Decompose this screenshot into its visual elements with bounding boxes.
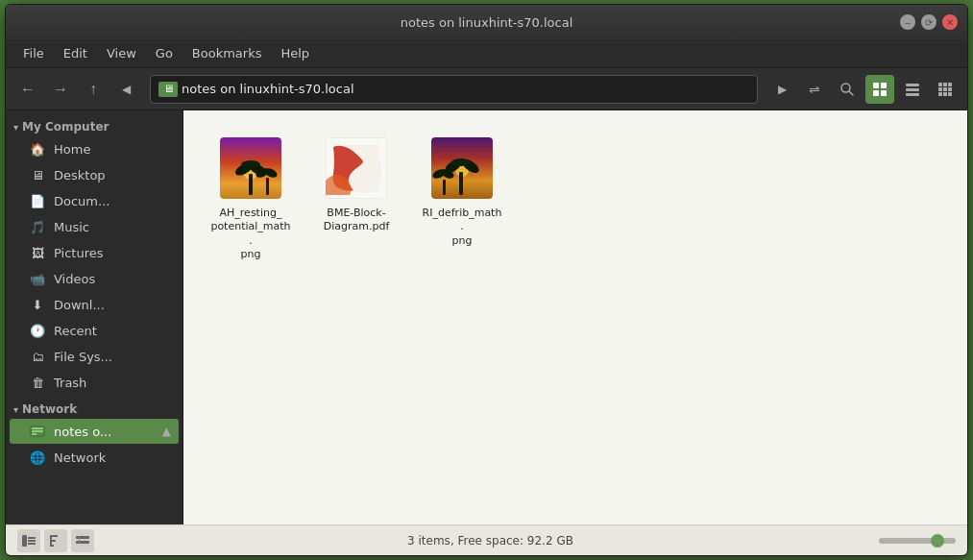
zoom-thumb[interactable] xyxy=(931,534,944,548)
svg-rect-2 xyxy=(873,83,879,88)
toolbar: ← → ↑ ◀ 🖥 notes on linuxhint-s70.local ▶… xyxy=(6,68,967,110)
menu-view[interactable]: View xyxy=(97,42,146,64)
sidebar-item-label: Recent xyxy=(54,324,171,338)
file-item[interactable]: AH_resting_potential_math.png xyxy=(203,130,299,269)
status-text: 3 items, Free space: 92.2 GB xyxy=(102,534,879,548)
sidebar-item-label: Videos xyxy=(54,272,171,286)
file-item[interactable]: BME-Block-Diagram.pdf xyxy=(308,130,404,269)
file-name: RI_defrib_math.png xyxy=(422,207,502,248)
prev-location-button[interactable]: ◀ xyxy=(111,75,140,104)
app-window: notes on linuxhint-s70.local – ⟳ ✕ File … xyxy=(5,4,968,556)
grid-view-icon xyxy=(872,82,888,97)
toggle-path-button[interactable]: ⇌ xyxy=(800,75,829,104)
menu-file[interactable]: File xyxy=(13,42,54,64)
grid-view-button[interactable] xyxy=(865,75,894,104)
svg-rect-49 xyxy=(50,545,54,547)
file-area: AH_resting_potential_math.png xyxy=(183,110,967,524)
file-item[interactable]: RI_defrib_math.png xyxy=(414,130,510,269)
statusbar-icons xyxy=(17,529,94,552)
svg-rect-43 xyxy=(28,537,36,539)
zoom-slider[interactable] xyxy=(879,538,956,544)
svg-rect-14 xyxy=(948,87,952,91)
chevron-icon: ▾ xyxy=(13,122,18,133)
eject-icon[interactable]: ▲ xyxy=(162,425,171,438)
svg-rect-39 xyxy=(443,180,446,195)
close-button[interactable]: ✕ xyxy=(942,14,958,30)
svg-rect-35 xyxy=(459,172,463,195)
content-area: ▾ My Computer 🏠 Home 🖥 Desktop 📄 Docum..… xyxy=(6,110,967,524)
svg-rect-5 xyxy=(881,90,887,96)
svg-rect-45 xyxy=(28,543,36,545)
file-name: BME-Block-Diagram.pdf xyxy=(324,207,390,234)
svg-rect-8 xyxy=(906,93,919,96)
pictures-icon: 🖼 xyxy=(29,244,46,261)
toggle-extra-button[interactable] xyxy=(71,529,94,552)
home-icon: 🏠 xyxy=(29,140,46,158)
sidebar-item-label: Downl... xyxy=(54,298,171,312)
list-view-button[interactable] xyxy=(898,75,927,104)
toggle-tree-button[interactable] xyxy=(44,529,67,552)
forward-button[interactable]: → xyxy=(46,75,75,104)
file-thumbnail-svg xyxy=(326,137,387,199)
svg-point-38 xyxy=(451,158,471,166)
sidebar-item-label: File Sys... xyxy=(54,350,171,364)
minimize-button[interactable]: – xyxy=(900,14,915,30)
menu-go[interactable]: Go xyxy=(146,42,182,64)
svg-rect-21 xyxy=(32,433,36,435)
statusbar: 3 items, Free space: 92.2 GB xyxy=(6,524,967,555)
toggle-sidebar-icon xyxy=(22,535,36,547)
svg-point-27 xyxy=(241,160,260,168)
svg-rect-28 xyxy=(266,178,269,195)
filesystem-icon: 🗂 xyxy=(29,348,46,365)
svg-rect-12 xyxy=(938,87,942,91)
sidebar-section-my-computer[interactable]: ▾ My Computer xyxy=(6,116,182,135)
zoom-area xyxy=(879,538,956,544)
file-thumbnail-svg xyxy=(431,137,493,199)
sidebar-item-network[interactable]: 🌐 Network xyxy=(10,445,179,470)
window-controls: – ⟳ ✕ xyxy=(900,14,958,30)
sidebar-item-downloads[interactable]: ⬇ Downl... xyxy=(10,292,179,317)
sidebar-item-recent[interactable]: 🕐 Recent xyxy=(10,318,179,343)
up-button[interactable]: ↑ xyxy=(79,75,108,104)
svg-rect-44 xyxy=(28,540,36,542)
svg-rect-19 xyxy=(32,427,43,429)
svg-rect-24 xyxy=(249,174,253,195)
location-bar[interactable]: 🖥 notes on linuxhint-s70.local xyxy=(150,75,758,104)
videos-icon: 📹 xyxy=(29,270,46,287)
sidebar-item-filesystem[interactable]: 🗂 File Sys... xyxy=(10,344,179,369)
toggle-sidebar-button[interactable] xyxy=(17,529,40,552)
search-button[interactable] xyxy=(833,75,862,104)
sidebar-section-network[interactable]: ▾ Network xyxy=(6,399,182,418)
file-name: AH_resting_potential_math.png xyxy=(210,207,291,261)
sidebar-item-notes-server[interactable]: notes o... ▲ xyxy=(10,419,179,444)
sidebar-item-label: Docum... xyxy=(54,194,171,208)
sidebar-item-documents[interactable]: 📄 Docum... xyxy=(10,188,179,213)
svg-rect-50 xyxy=(76,536,89,539)
maximize-button[interactable]: ⟳ xyxy=(921,14,937,30)
menu-bookmarks[interactable]: Bookmarks xyxy=(182,42,272,64)
sidebar-item-trash[interactable]: 🗑 Trash xyxy=(10,370,179,395)
next-location-button[interactable]: ▶ xyxy=(767,75,796,104)
sidebar-item-label: notes o... xyxy=(54,425,158,439)
svg-rect-9 xyxy=(938,83,942,86)
sidebar-item-pictures[interactable]: 🖼 Pictures xyxy=(10,240,179,265)
sidebar-item-desktop[interactable]: 🖥 Desktop xyxy=(10,162,179,187)
back-button[interactable]: ← xyxy=(13,75,42,104)
compact-view-button[interactable] xyxy=(931,75,960,104)
menu-help[interactable]: Help xyxy=(271,42,319,64)
location-icon: 🖥 xyxy=(158,82,178,97)
titlebar: notes on linuxhint-s70.local – ⟳ ✕ xyxy=(6,5,967,39)
svg-rect-13 xyxy=(943,87,947,91)
svg-rect-3 xyxy=(881,83,887,88)
svg-rect-42 xyxy=(22,535,27,547)
sidebar-item-music[interactable]: 🎵 Music xyxy=(10,214,179,239)
sidebar-item-home[interactable]: 🏠 Home xyxy=(10,136,179,161)
file-thumbnail-svg xyxy=(220,137,281,199)
sidebar-item-label: Trash xyxy=(54,376,171,390)
network-header-label: Network xyxy=(22,402,77,416)
menu-edit[interactable]: Edit xyxy=(54,42,97,64)
desktop-icon: 🖥 xyxy=(29,166,46,183)
svg-line-1 xyxy=(849,91,853,95)
svg-rect-10 xyxy=(943,83,947,86)
sidebar-item-videos[interactable]: 📹 Videos xyxy=(10,266,179,291)
